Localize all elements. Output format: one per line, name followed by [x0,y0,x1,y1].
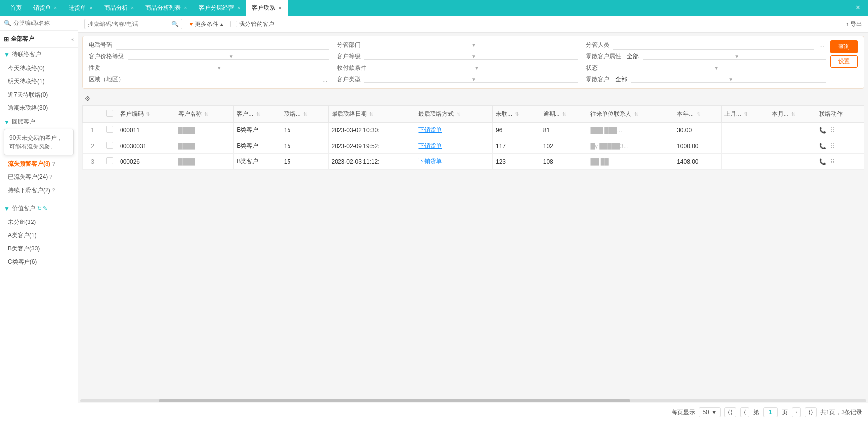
export-button[interactable]: ↑ 导出 [846,20,862,28]
page-input[interactable] [763,407,778,417]
more-conditions-button[interactable]: ▼ 更多条件 ▲ [188,20,224,28]
col-header-name[interactable]: 客户名称 ⇅ [175,106,234,123]
row-checkbox-2[interactable] [106,157,113,164]
window-close-button[interactable]: × [852,3,864,12]
col-header-this-year[interactable]: 本年... ⇅ [674,106,722,123]
refresh-value-icon[interactable]: ↻ [37,205,42,212]
sidebar-item-ungrouped[interactable]: 未分组(32) [0,216,78,229]
col-header-contact[interactable]: 联络... ⇅ [281,106,328,123]
close-contact-icon[interactable]: × [278,5,281,11]
row-checkbox-0[interactable] [106,126,113,133]
sort-this-month-icon[interactable]: ⇅ [791,111,795,117]
manager-dots-icon[interactable]: ... [818,42,826,49]
nav-product-list[interactable]: 商品分析列表 × [140,0,193,16]
action-phone-icon-0[interactable]: 📞 [819,127,826,134]
sort-not-contact-icon[interactable]: ⇅ [515,111,519,117]
sort-code-icon[interactable]: ⇅ [146,111,150,117]
manager-input[interactable] [613,40,814,50]
main-search-input[interactable] [88,21,171,27]
scrollbar-track[interactable] [80,399,866,402]
sort-overdue-icon[interactable]: ⇅ [562,111,566,117]
sort-last-month-icon[interactable]: ⇅ [744,111,747,117]
nav-product-analysis[interactable]: 商品分析 × [98,0,140,16]
payment-select[interactable]: ▼ [370,65,578,71]
col-header-this-month[interactable]: 本月... ⇅ [769,106,816,123]
col-header-check[interactable] [102,106,117,123]
close-sales-icon[interactable]: × [54,5,57,11]
query-button[interactable]: 查询 [830,40,858,53]
customer-grade-select[interactable]: ▼ [364,54,578,60]
sidebar-all-customers[interactable]: ⊞ 全部客户 « [0,31,78,48]
sort-type-icon[interactable]: ⇅ [256,111,260,117]
horizontal-scrollbar[interactable] [78,398,868,403]
sort-unit-icon[interactable]: ⇅ [634,111,638,117]
col-header-code[interactable]: 客户编码 ⇅ [117,106,175,123]
header-checkbox[interactable] [106,110,113,117]
sidebar-item-a-class[interactable]: A类客户(1) [0,229,78,242]
nav-sales[interactable]: 销货单 × [27,0,63,16]
dept-select[interactable]: ▼ [364,42,578,48]
action-more-icon-2[interactable]: ⠿ [830,158,835,165]
price-grade-select[interactable]: ▼ [128,54,329,60]
customer-type-select[interactable]: ▼ [364,77,578,83]
col-header-not-contact[interactable]: 未联... ⇅ [493,106,540,123]
next-page-button[interactable]: ⟩ [792,407,801,417]
contact-way-link-1[interactable]: 下销货单 [418,142,442,149]
region-input[interactable] [128,75,316,84]
sidebar-collapse-icon[interactable]: « [71,36,74,42]
col-header-type[interactable]: 客户... ⇅ [234,106,281,123]
action-more-icon-1[interactable]: ⠿ [830,143,835,149]
sidebar-item-declining[interactable]: 持续下滑客户(2) ? [0,184,78,197]
sort-way-icon[interactable]: ⇅ [457,111,460,117]
sidebar-item-churned[interactable]: 已流失客户(24) ? [0,171,78,184]
sidebar-group-pending[interactable]: ▼ 待联络客户 [0,48,78,62]
zero-customer-select[interactable]: ▼ [631,77,826,83]
edit-value-icon[interactable]: ✎ [43,205,47,212]
sidebar-item-tomorrow[interactable]: 明天待联络(1) [0,75,78,88]
sidebar-item-churn-warning[interactable]: 流失预警客户(3) ? [0,157,78,171]
contact-way-link-2[interactable]: 下销货单 [418,158,442,165]
cell-check-1[interactable] [102,138,117,154]
settings-button[interactable]: 设置 [830,55,858,68]
prev-page-button[interactable]: ⟨ [740,407,749,417]
nav-customer-contact[interactable]: 客户联系 × [246,0,287,16]
sort-name-icon[interactable]: ⇅ [204,111,208,117]
sidebar-item-c-class[interactable]: C类客户(6) [0,255,78,269]
sidebar-item-overdue[interactable]: 逾期未联络(30) [0,101,78,115]
sidebar-group-review[interactable]: ▼ 回顾客户 [0,115,78,129]
my-customers-checkbox[interactable]: 我分管的客户 [230,20,274,28]
col-header-overdue[interactable]: 逾期... ⇅ [540,106,587,123]
action-phone-icon-2[interactable]: 📞 [819,158,826,165]
last-page-button[interactable]: ⟩⟩ [805,407,817,417]
col-header-last-month[interactable]: 上月... ⇅ [721,106,769,123]
cell-way-0[interactable]: 下销货单 [415,123,493,138]
nav-purchase[interactable]: 进货单 × [63,0,98,16]
zero-attr-select[interactable]: ▼ [643,54,826,60]
cell-check-2[interactable] [102,154,117,170]
sidebar-item-7days[interactable]: 近7天待联络(0) [0,88,78,101]
sort-year-icon[interactable]: ⇅ [697,111,700,117]
contact-way-link-0[interactable]: 下销货单 [418,126,442,133]
action-phone-icon-1[interactable]: 📞 [819,143,826,149]
cell-way-1[interactable]: 下销货单 [415,138,493,154]
cell-check-0[interactable] [102,123,117,138]
close-purchase-icon[interactable]: × [89,5,92,11]
sidebar-group-value[interactable]: ▼ 价值客户 ↻ ✎ [0,201,78,216]
status-select[interactable]: ▼ [602,65,826,71]
my-customers-check-icon[interactable] [230,21,237,27]
sidebar-item-today[interactable]: 今天待联络(0) [0,62,78,75]
col-header-last-way[interactable]: 最后联络方式 ⇅ [415,106,493,123]
col-header-unit-contact[interactable]: 往来单位联系人 ⇅ [587,106,674,123]
col-header-last-date[interactable]: 最后联络日期 ⇅ [328,106,415,123]
row-checkbox-1[interactable] [106,142,113,149]
close-analysis-icon[interactable]: × [131,5,134,11]
action-more-icon-0[interactable]: ⠿ [830,127,835,134]
region-dots-icon[interactable]: ... [320,76,329,83]
per-page-select[interactable]: 50 ▼ [699,407,720,417]
close-product-list-icon[interactable]: × [184,5,187,11]
nav-customer-tier[interactable]: 客户分层经营 × [193,0,246,16]
cell-way-2[interactable]: 下销货单 [415,154,493,170]
table-gear-icon[interactable]: ⚙ [84,95,91,102]
sort-date-icon[interactable]: ⇅ [369,111,373,117]
scrollbar-thumb[interactable] [159,399,630,402]
